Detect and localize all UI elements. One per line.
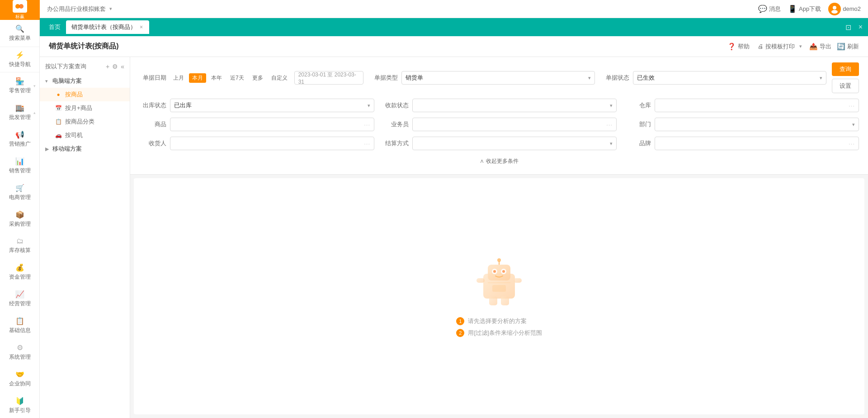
basic-icon: 📋: [15, 317, 24, 325]
query-button[interactable]: 查询: [832, 62, 859, 76]
payment-control[interactable]: ▾: [412, 137, 617, 150]
sidebar-item-basic[interactable]: 📋 基础信息: [0, 312, 39, 339]
system-icon: ⚙: [17, 343, 23, 352]
reset-button[interactable]: 设置: [832, 79, 859, 93]
svg-point-9: [502, 270, 505, 273]
setting-scheme-btn[interactable]: ⚙: [112, 63, 118, 70]
salesperson-control[interactable]: ···: [412, 118, 617, 131]
filters-section: 单据日期 上月 本月 本年 近7天 更多 自定义 2023-03-01 至 20…: [130, 57, 868, 175]
brand-control[interactable]: ···: [655, 137, 859, 150]
svg-rect-13: [514, 278, 522, 283]
header-right: 💬 消息 📱 App下载 demo2: [758, 3, 861, 15]
warehouse-value: 已出库: [174, 101, 192, 109]
date-tab-last-month[interactable]: 上月: [170, 73, 187, 83]
restore-btn[interactable]: ⊡: [844, 21, 853, 33]
refresh-btn[interactable]: 🔄 刷新: [837, 43, 859, 51]
sidebar-item-wholesale[interactable]: 🏬 批发管理 ▴: [0, 99, 39, 126]
sidebar-item-retail[interactable]: 🏪 零售管理 ▾: [0, 72, 39, 99]
doc-status-control[interactable]: 已生效 ▾: [633, 71, 826, 85]
left-panel-title: 按以下方案查询: [45, 62, 86, 71]
sidebar-item-enterprise[interactable]: 🤝 企业协同: [0, 366, 39, 392]
sidebar-item-operations[interactable]: 📈 经营管理: [0, 285, 39, 312]
sidebar-item-marketing[interactable]: 📢 营销推广: [0, 126, 39, 152]
guide-label: 新手引导: [9, 407, 31, 414]
tab-home[interactable]: 首页: [43, 20, 66, 34]
sidebar-item-inventory[interactable]: 🗂 库存核算: [0, 233, 39, 259]
sidebar-item-finance[interactable]: 💰 资金管理: [0, 259, 39, 285]
retail-label: 零售管理: [9, 87, 31, 95]
payment-label: 结算方式: [382, 139, 409, 147]
date-tab-this-month[interactable]: 本月: [189, 73, 206, 83]
sales-label: 销售管理: [9, 167, 31, 175]
tip1-text: 请先选择要分析的方案: [468, 317, 527, 325]
sidebar-item-ecommerce[interactable]: 🛒 电商管理: [0, 179, 39, 206]
warehouse2-label: 仓库: [624, 101, 651, 109]
scheme-by-month-goods[interactable]: 📅 按月+商品: [40, 101, 130, 115]
add-scheme-btn[interactable]: +: [106, 63, 109, 70]
close-window-btn[interactable]: ×: [857, 21, 864, 33]
page-content: 销货单统计表(按商品) ❓ 帮助 🖨 按模板打印 ▾ 📤 导出: [40, 36, 868, 418]
goods-dots: ···: [364, 121, 370, 128]
inventory-icon: 🗂: [16, 237, 24, 245]
tree-mobile-section[interactable]: ▶ 移动端方案: [40, 142, 130, 156]
goods-label: 商品: [139, 120, 166, 128]
industry-dropdown[interactable]: ▾: [109, 6, 112, 12]
month-icon: 📅: [54, 104, 62, 112]
avatar: [828, 3, 841, 15]
brand-label: 品牌: [624, 139, 651, 147]
doc-type-control[interactable]: 销货单 ▾: [401, 71, 595, 85]
left-panel-header: 按以下方案查询 + ⚙ «: [40, 62, 130, 74]
date-tab-7days[interactable]: 近7天: [227, 73, 247, 83]
sidebar-search-item[interactable]: 🔍 搜索菜单: [0, 20, 39, 47]
sidebar-item-guide[interactable]: 🔰 新手引导: [0, 392, 39, 418]
sidebar-item-purchase[interactable]: 📦 采购管理: [0, 206, 39, 233]
print-btn[interactable]: 🖨 按模板打印: [755, 43, 797, 51]
goods-control[interactable]: ···: [170, 118, 374, 131]
print-dropdown-arrow[interactable]: ▾: [797, 43, 804, 49]
doc-status-arrow: ▾: [820, 75, 822, 81]
sidebar-item-sales[interactable]: 📊 销售管理: [0, 152, 39, 179]
sidebar-quick-nav[interactable]: ⚡ 快捷导航: [0, 47, 39, 72]
department-control[interactable]: ▾: [655, 118, 859, 131]
sidebar-logo[interactable]: 标赢: [0, 0, 40, 20]
receipt-control[interactable]: ▾: [412, 99, 617, 112]
collapse-panel-btn[interactable]: «: [121, 63, 124, 70]
date-tab-custom[interactable]: 自定义: [268, 73, 291, 83]
warehouse-control[interactable]: 已出库 ▾: [170, 99, 374, 112]
warehouse2-control[interactable]: ···: [655, 99, 859, 112]
empty-tips: 1 请先选择要分析的方案 2 用[过滤]条件来缩小分析范围: [456, 317, 542, 337]
ecommerce-icon: 🛒: [15, 184, 24, 192]
app-download-btn[interactable]: 📱 App下载: [788, 5, 821, 13]
tab-close-btn[interactable]: ×: [139, 24, 144, 30]
refresh-icon: 🔄: [837, 43, 845, 51]
top-header: 办公用品行业模拟账套 ▾ 💬 消息 📱 App下载 demo2: [40, 0, 868, 18]
date-tab-more[interactable]: 更多: [249, 73, 266, 83]
tree-pc-section[interactable]: ▾ 电脑端方案: [40, 74, 130, 88]
scheme-by-goods[interactable]: ● 按商品: [40, 88, 130, 101]
scheme-by-category[interactable]: 📋 按商品分类: [40, 115, 130, 128]
salesperson-dots: ···: [606, 121, 613, 128]
date-tab-this-year[interactable]: 本年: [208, 73, 225, 83]
scheme-by-goods-label: 按商品: [65, 90, 83, 99]
doc-type-label: 单据类型: [371, 74, 398, 82]
industry-label: 办公用品行业模拟账套: [47, 5, 106, 13]
guide-icon: 🔰: [15, 397, 24, 405]
date-range-display[interactable]: 2023-03-01 至 2023-03-31: [294, 71, 363, 85]
message-btn[interactable]: 💬 消息: [758, 5, 781, 13]
collapse-filters-btn[interactable]: ∧ 收起更多条件: [139, 154, 859, 169]
scheme-by-driver[interactable]: 🚗 按司机: [40, 128, 130, 142]
export-btn[interactable]: 📤 导出: [809, 43, 831, 51]
sidebar-item-system[interactable]: ⚙ 系统管理: [0, 339, 39, 366]
department-label: 部门: [624, 120, 651, 128]
tab-active[interactable]: 销货单统计表（按商品） ×: [66, 20, 149, 34]
tab-active-label: 销货单统计表（按商品）: [71, 23, 136, 31]
empty-illustration: [472, 256, 526, 310]
search-icon: 🔍: [15, 24, 24, 33]
help-btn[interactable]: ❓ 帮助: [727, 43, 750, 51]
wholesale-icon: 🏬: [15, 104, 24, 112]
svg-point-11: [497, 258, 501, 262]
header-left: 办公用品行业模拟账套 ▾: [47, 5, 112, 13]
user-info[interactable]: demo2: [828, 3, 861, 15]
receiver-control[interactable]: ···: [170, 137, 374, 150]
svg-point-2: [833, 6, 836, 10]
